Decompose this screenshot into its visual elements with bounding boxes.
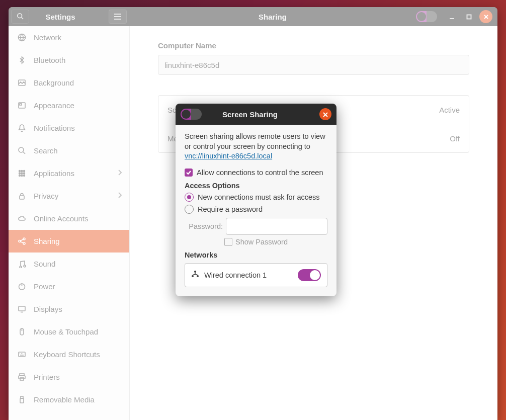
password-row: Password: (185, 218, 327, 235)
password-label: Password: (185, 222, 223, 230)
svg-point-48 (194, 271, 196, 273)
radio-ask-row[interactable]: New connections must ask for access (185, 193, 327, 202)
network-label: Wired connection 1 (204, 271, 298, 279)
show-password-label: Show Password (235, 238, 288, 246)
show-password-checkbox[interactable] (224, 238, 232, 246)
show-password-row[interactable]: Show Password (185, 238, 327, 246)
vnc-link[interactable]: vnc://linuxhint-e86c5d.local (185, 152, 272, 160)
radio-password-label: Require a password (198, 205, 263, 213)
wired-icon (191, 270, 199, 280)
radio-ask[interactable] (185, 193, 194, 202)
network-row: Wired connection 1 (185, 264, 327, 287)
radio-password[interactable] (185, 205, 194, 214)
dialog-body: Screen sharing allows remote users to vi… (176, 125, 336, 296)
dialog-close-button[interactable] (319, 108, 331, 120)
screen-sharing-dialog: Screen Sharing Screen sharing allows rem… (176, 104, 336, 296)
access-options-heading: Access Options (185, 182, 327, 190)
svg-point-50 (197, 275, 199, 277)
close-icon (323, 110, 328, 119)
allow-control-row[interactable]: Allow connections to control the screen (185, 169, 327, 177)
network-switch[interactable] (298, 269, 321, 281)
description-text: Screen sharing allows remote users to vi… (185, 132, 325, 150)
allow-control-label: Allow connections to control the screen (197, 169, 323, 177)
svg-point-49 (192, 275, 194, 277)
dialog-description: Screen sharing allows remote users to vi… (185, 132, 327, 161)
networks-heading: Networks (185, 251, 327, 259)
radio-password-row[interactable]: Require a password (185, 205, 327, 214)
screen-sharing-switch[interactable] (181, 109, 202, 120)
networks-list: Wired connection 1 (185, 263, 327, 287)
dialog-titlebar: Screen Sharing (176, 104, 336, 125)
radio-ask-label: New connections must ask for access (198, 193, 320, 201)
password-input[interactable] (226, 218, 327, 235)
allow-control-checkbox[interactable] (185, 169, 193, 177)
